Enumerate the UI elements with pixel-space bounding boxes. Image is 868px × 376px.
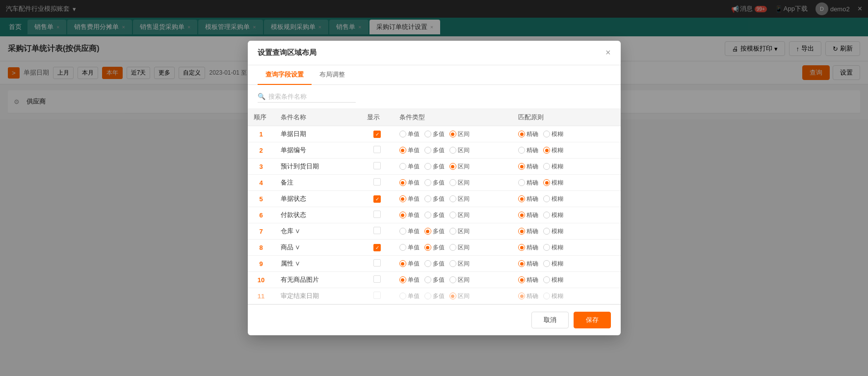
modal-header: 设置查询区域布局 ×: [248, 41, 621, 65]
th-display: 显示: [361, 109, 394, 119]
modal-close-button[interactable]: ×: [605, 48, 611, 58]
search-icon: 🔍: [258, 93, 265, 100]
modal-title: 设置查询区域布局: [258, 48, 316, 57]
table-header: 顺序 条件名称 显示 条件类型 匹配原则: [248, 109, 621, 119]
settings-table: 顺序 条件名称 显示 条件类型 匹配原则 1单据日期单值多值区间精确模糊2单据编…: [248, 109, 621, 119]
th-name: 条件名称: [275, 109, 361, 119]
modal-search-area: 🔍: [248, 85, 621, 109]
search-box: 🔍: [258, 91, 356, 103]
tab-layout-adjust[interactable]: 布局调整: [312, 65, 353, 85]
modal-tabs: 查询字段设置 布局调整: [248, 65, 621, 85]
modal-overlay[interactable]: 设置查询区域布局 × 查询字段设置 布局调整 🔍 顺序: [0, 0, 868, 119]
tab-query-fields[interactable]: 查询字段设置: [258, 65, 312, 85]
search-input[interactable]: [268, 93, 347, 100]
settings-modal: 设置查询区域布局 × 查询字段设置 布局调整 🔍 顺序: [248, 41, 621, 119]
th-match: 匹配原则: [512, 109, 620, 119]
th-order: 顺序: [248, 109, 275, 119]
th-type: 条件类型: [394, 109, 512, 119]
modal-body: 顺序 条件名称 显示 条件类型 匹配原则 1单据日期单值多值区间精确模糊2单据编…: [248, 109, 621, 119]
